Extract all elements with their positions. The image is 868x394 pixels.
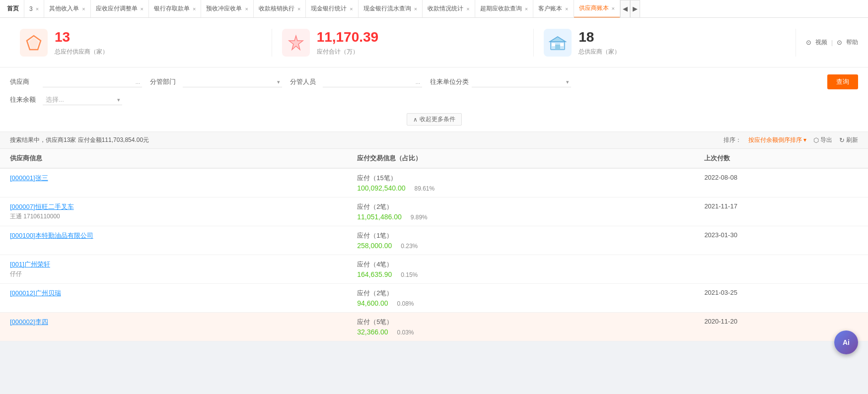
person-input[interactable]	[323, 76, 422, 87]
nav-tab-bank-deposit[interactable]: 银行存取款单 ×	[149, 0, 201, 18]
close-icon[interactable]: ×	[141, 6, 144, 12]
close-icon[interactable]: ×	[565, 6, 568, 12]
total-suppliers-number: 18	[579, 29, 786, 46]
nav-tab-advance-ar[interactable]: 预收冲应收单 ×	[201, 0, 253, 18]
close-icon[interactable]: ×	[525, 6, 528, 12]
nav-tab-cash-flow-query[interactable]: 现金银行流水查询 ×	[359, 0, 423, 18]
tx-amount-row: 164,635.900.15%	[357, 270, 684, 278]
export-button[interactable]: ⬡ 导出	[813, 136, 832, 144]
video-link[interactable]: 视频	[815, 38, 827, 47]
tx-info-cell: 应付（4笔）164,635.900.15%	[347, 255, 694, 284]
supplier-link[interactable]: [000007]恒旺二手叉车	[10, 203, 74, 210]
total-suppliers-info: 18 总供应商（家）	[579, 29, 786, 56]
balance-select[interactable]: 选择...	[43, 94, 122, 105]
summary-card-payable-suppliers: 13 总应付供应商（家）	[10, 29, 272, 57]
nav-left-arrow[interactable]: ◀	[620, 0, 630, 18]
close-icon[interactable]: ×	[245, 6, 248, 12]
svg-rect-6	[552, 43, 555, 46]
query-button[interactable]: 查询	[827, 74, 858, 89]
star-icon	[282, 29, 310, 57]
sort-value[interactable]: 按应付余额倒序排序 ▾	[748, 136, 806, 144]
tx-amount-row: 100,092,540.0089.61%	[357, 184, 684, 192]
payable-suppliers-label: 总应付供应商（家）	[55, 48, 262, 56]
svg-marker-4	[550, 37, 566, 42]
result-summary: 搜索结果中，供应商13家 应付金额111,703,854.00元	[10, 136, 149, 144]
help-link[interactable]: 帮助	[846, 38, 858, 47]
nav-tab-3[interactable]: 3 ×	[24, 0, 44, 18]
summary-card-payable-total: 11,170.39 应付合计（万）	[272, 29, 534, 57]
nav-tab-supplier-ledger[interactable]: 供应商账本 ×	[574, 0, 620, 18]
home-tab-label: 首页	[7, 4, 19, 13]
supplier-link[interactable]: [000100]本特勤油品有限公司	[10, 232, 93, 239]
export-icon: ⬡	[813, 136, 819, 144]
nav-tab-other-income[interactable]: 其他收入单 ×	[44, 0, 90, 18]
ai-button[interactable]: Ai	[834, 330, 858, 341]
supplier-info-cell: [000012]广州贝瑞	[0, 284, 347, 313]
category-select[interactable]	[472, 76, 571, 87]
nav-tab-home[interactable]: 首页	[2, 0, 24, 18]
help-icon: ⊙	[837, 39, 842, 46]
balance-select-wrapper: 选择...	[43, 94, 122, 105]
nav-right-arrow[interactable]: ▶	[630, 0, 640, 18]
sort-label: 排序：	[723, 136, 741, 144]
nav-tab-ar-ap-adjust[interactable]: 应收应付调整单 ×	[91, 0, 149, 18]
close-icon[interactable]: ×	[82, 6, 85, 12]
tx-amount: 100,092,540.00	[357, 184, 405, 192]
balance-filter-item: 往来余额 选择...	[10, 94, 122, 105]
svg-marker-2	[289, 36, 303, 50]
nav-tab-overdue-ar[interactable]: 超期应收款查询 ×	[475, 0, 533, 18]
nav-tab-customer-ledger[interactable]: 客户账本 ×	[533, 0, 574, 18]
close-icon[interactable]: ×	[350, 6, 353, 12]
supplier-link[interactable]: [000001]张三	[10, 174, 48, 182]
supplier-input[interactable]	[43, 76, 142, 87]
tx-info-cell: 应付（2笔）11,051,486.009.89%	[347, 197, 694, 226]
tx-amount: 94,600.00	[357, 299, 388, 307]
result-actions: 排序： 按应付余额倒序排序 ▾ ⬡ 导出 ↻ 刷新	[723, 136, 858, 144]
supplier-table: 供应商信息 应付交易信息（占比） 上次付数 [000001]张三应付（15笔）1…	[0, 149, 868, 341]
filter-row-2: 往来余额 选择...	[10, 94, 858, 105]
category-filter-item: 往来单位分类	[430, 76, 571, 87]
tx-info-cell: 应付（1笔）258,000.000.23%	[347, 226, 694, 255]
close-icon[interactable]: ×	[36, 6, 39, 12]
close-icon[interactable]: ×	[612, 5, 615, 11]
tx-percent: 89.61%	[415, 185, 435, 192]
tx-info-cell: 应付（2笔）94,600.000.08%	[347, 284, 694, 313]
tx-percent: 0.15%	[401, 271, 418, 278]
refresh-button[interactable]: ↻ 刷新	[839, 136, 858, 144]
close-icon[interactable]: ×	[414, 6, 417, 12]
tx-type-label: 应付（15笔）	[357, 174, 684, 183]
payment-verify-label: 收款核销执行	[259, 4, 294, 13]
collapse-btn-label: 收起更多条件	[420, 115, 455, 124]
close-icon[interactable]: ×	[297, 6, 300, 12]
filter-row-1: 供应商 分管部门 分管人员 往来单位分类	[10, 74, 858, 89]
diamond-icon	[20, 29, 48, 57]
supplier-ledger-label: 供应商账本	[579, 4, 609, 12]
summary-card-total-suppliers: 18 总供应商（家）	[534, 29, 796, 57]
supplier-filter-label: 供应商	[10, 77, 40, 86]
supplier-link[interactable]: [001]广州荣轩	[10, 261, 50, 268]
supplier-link[interactable]: [000012]广州贝瑞	[10, 289, 61, 297]
nav-tab-collection-stat[interactable]: 收款情况统计 ×	[423, 0, 475, 18]
department-filter-label: 分管部门	[150, 77, 180, 86]
nav-tab-cash-bank-stat[interactable]: 现金银行统计 ×	[306, 0, 358, 18]
help-links: ⊙ 视频 | ⊙ 帮助	[796, 38, 858, 47]
tx-percent: 0.08%	[397, 300, 414, 307]
payable-total-label: 应付合计（万）	[317, 48, 524, 56]
chevron-up-icon: ∧	[413, 116, 418, 123]
close-icon[interactable]: ×	[466, 6, 469, 12]
supplier-info-cell: [000007]恒旺二手叉车王通 17106110000	[0, 197, 347, 226]
department-select[interactable]	[183, 76, 282, 87]
tx-type-label: 应付（4笔）	[357, 260, 684, 269]
supplier-info-cell: [000002]李四	[0, 313, 347, 341]
supplier-link[interactable]: [000002]李四	[10, 318, 48, 326]
supplier-filter-item: 供应商	[10, 76, 142, 87]
collapse-button[interactable]: ∧ 收起更多条件	[407, 113, 462, 126]
balance-filter-label: 往来余额	[10, 95, 40, 104]
supplier-sub-info: 仔仔	[10, 270, 337, 278]
nav-bar: 首页 3 × 其他收入单 × 应收应付调整单 × 银行存取款单 × 预收冲应收单…	[0, 0, 868, 18]
nav-tab-payment-verify[interactable]: 收款核销执行 ×	[254, 0, 306, 18]
tx-amount-row: 94,600.000.08%	[357, 299, 684, 307]
tx-amount-row: 258,000.000.23%	[357, 242, 684, 250]
tx-percent: 0.03%	[397, 329, 414, 336]
close-icon[interactable]: ×	[193, 6, 196, 12]
